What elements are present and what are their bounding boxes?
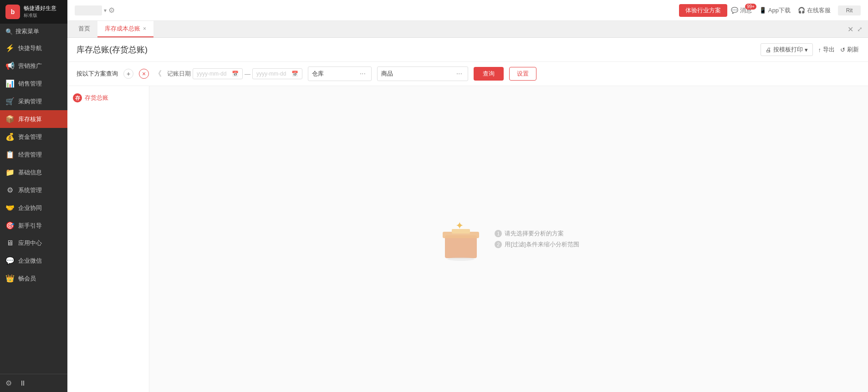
filter-add-button[interactable]: + bbox=[123, 69, 133, 79]
tab-home[interactable]: 首页 bbox=[71, 21, 97, 37]
sidebar-item-label: 营销推广 bbox=[18, 62, 42, 70]
sidebar-item-appstore[interactable]: 🖥 应用中心 bbox=[0, 234, 67, 252]
query-button[interactable]: 查询 bbox=[474, 67, 504, 81]
calendar-end-icon: 📅 bbox=[291, 71, 298, 77]
sidebar-item-newbie[interactable]: 🎯 新手引导 bbox=[0, 217, 67, 234]
sidebar-item-label: 系统管理 bbox=[18, 186, 42, 194]
tip2-text: 用[过滤]条件来缩小分析范围 bbox=[505, 240, 579, 249]
quick-nav-icon: ⚡ bbox=[5, 44, 15, 52]
page-header: 库存总账(存货总账) 🖨 按模板打印 ▾ ↑ 导出 ↺ 刷新 bbox=[67, 38, 868, 62]
sidebar-item-label: 企业协同 bbox=[18, 204, 42, 212]
scheme-item-label: 存货总账 bbox=[85, 94, 108, 102]
sidebar-item-operation[interactable]: 📋 经营管理 bbox=[0, 146, 67, 163]
sidebar-item-marketing[interactable]: 📢 营销推广 bbox=[0, 57, 67, 75]
print-button[interactable]: 🖨 按模板打印 ▾ bbox=[761, 43, 813, 56]
tab-home-label: 首页 bbox=[78, 25, 90, 32]
sidebar-item-enterprise[interactable]: 🤝 企业协同 bbox=[0, 199, 67, 217]
goods-input[interactable]: 商品 ··· bbox=[377, 66, 468, 81]
tab-bar: 首页 库存成本总账 × ✕ ⤢ bbox=[67, 21, 868, 38]
filter-remove-button[interactable]: × bbox=[139, 69, 149, 79]
goods-more-icon[interactable]: ··· bbox=[454, 69, 464, 79]
app-download-icon: 📱 bbox=[759, 7, 766, 14]
user-avatar-topbar bbox=[75, 5, 102, 15]
sidebar-item-member[interactable]: 👑 畅会员 bbox=[0, 270, 67, 287]
enterprise-icon: 🤝 bbox=[5, 204, 15, 212]
sidebar-nav: ⚡ 快捷导航 📢 营销推广 📊 销售管理 🛒 采购管理 📦 库存核算 💰 资金管… bbox=[0, 39, 67, 374]
export-button[interactable]: ↑ 导出 bbox=[818, 46, 835, 54]
sidebar-item-label: 企业微信 bbox=[18, 257, 42, 265]
settings-footer-icon[interactable]: ⚙ bbox=[5, 379, 12, 387]
date-separator: — bbox=[245, 71, 250, 77]
sidebar-footer: ⚙ ⏸ bbox=[0, 374, 67, 392]
member-icon: 👑 bbox=[5, 274, 15, 283]
app-name: 畅捷通好生意 bbox=[24, 5, 56, 12]
tab-inventory-ledger[interactable]: 库存成本总账 × bbox=[97, 21, 153, 37]
svg-text:✦: ✦ bbox=[455, 220, 464, 231]
logo-icon: b bbox=[5, 5, 20, 19]
sidebar-item-inventory[interactable]: 📦 库存核算 bbox=[0, 110, 67, 128]
filter-bar: 按以下方案查询 + × 《 记账日期 yyyy-mm-dd 📅 — yyyy-m… bbox=[67, 62, 868, 86]
calendar-icon: 📅 bbox=[232, 71, 239, 77]
sidebar-item-system[interactable]: ⚙ 系统管理 bbox=[0, 181, 67, 199]
operation-icon: 📋 bbox=[5, 150, 15, 159]
message-badge: 99+ bbox=[745, 4, 756, 10]
export-icon: ↑ bbox=[818, 46, 822, 53]
date-label: 记账日期 bbox=[167, 70, 191, 78]
settings-button[interactable]: 设置 bbox=[509, 67, 536, 81]
finance-icon: 💰 bbox=[5, 132, 15, 141]
user-avatar-right[interactable]: Rit bbox=[838, 5, 861, 15]
newbie-icon: 🎯 bbox=[5, 221, 15, 230]
tip2-number: 2 bbox=[495, 241, 502, 248]
sales-icon: 📊 bbox=[5, 79, 15, 88]
tab-close-icon[interactable]: × bbox=[143, 25, 146, 32]
filter-collapse-icon[interactable]: 《 bbox=[154, 69, 162, 79]
sidebar-item-label: 快捷导航 bbox=[18, 44, 42, 52]
warehouse-input[interactable]: 仓库 ··· bbox=[308, 66, 372, 81]
app-download-label: App下载 bbox=[768, 6, 791, 15]
sidebar: b 畅捷通好生意 标准版 🔍 搜索菜单 ⚡ 快捷导航 📢 营销推广 📊 销售管理… bbox=[0, 0, 67, 392]
online-service-button[interactable]: 🎧 在线客服 bbox=[798, 6, 831, 15]
scheme-sidebar: 存 存货总账 bbox=[67, 86, 149, 392]
content-area: 存 存货总账 ✦ bbox=[67, 86, 868, 392]
topbar-breadcrumb: ▾ ⚙ bbox=[75, 5, 675, 15]
inventory-icon: 📦 bbox=[5, 115, 15, 123]
warehouse-more-icon[interactable]: ··· bbox=[358, 69, 368, 79]
date-start-input[interactable]: yyyy-mm-dd 📅 bbox=[193, 68, 243, 79]
sidebar-item-wechat[interactable]: 💬 企业微信 bbox=[0, 252, 67, 270]
settings-gear-icon[interactable]: ⚙ bbox=[108, 6, 115, 15]
empty-tips: 1 请先选择要分析的方案 2 用[过滤]条件来缩小分析范围 bbox=[495, 227, 579, 251]
sidebar-item-label: 销售管理 bbox=[18, 80, 42, 88]
app-download-button[interactable]: 📱 App下载 bbox=[759, 6, 791, 15]
sidebar-item-sales[interactable]: 📊 销售管理 bbox=[0, 75, 67, 92]
tip1-number: 1 bbox=[495, 230, 502, 237]
warehouse-label: 仓库 bbox=[312, 70, 324, 78]
message-icon: 💬 bbox=[731, 7, 738, 14]
sidebar-item-finance[interactable]: 💰 资金管理 bbox=[0, 128, 67, 146]
page-title: 库存总账(存货总账) bbox=[77, 44, 148, 55]
message-button[interactable]: 💬 消息 99+ bbox=[731, 6, 752, 15]
service-icon: 🎧 bbox=[798, 7, 805, 14]
chevron-down-icon: ▾ bbox=[104, 7, 107, 14]
resize-icon[interactable]: ⤢ bbox=[855, 24, 864, 35]
sidebar-item-basic[interactable]: 📁 基础信息 bbox=[0, 163, 67, 181]
page-actions: 🖨 按模板打印 ▾ ↑ 导出 ↺ 刷新 bbox=[761, 43, 859, 56]
date-end-input[interactable]: yyyy-mm-dd 📅 bbox=[252, 68, 302, 79]
print-icon: 🖨 bbox=[766, 46, 771, 53]
audio-footer-icon[interactable]: ⏸ bbox=[19, 379, 26, 387]
sidebar-search[interactable]: 🔍 搜索菜单 bbox=[0, 24, 67, 39]
sidebar-item-purchase[interactable]: 🛒 采购管理 bbox=[0, 92, 67, 110]
trial-button[interactable]: 体验行业方案 bbox=[679, 4, 727, 17]
refresh-button[interactable]: ↺ 刷新 bbox=[840, 46, 859, 54]
topbar-right: 💬 消息 99+ 📱 App下载 🎧 在线客服 Rit bbox=[731, 5, 861, 15]
sidebar-item-quick-nav[interactable]: ⚡ 快捷导航 bbox=[0, 39, 67, 57]
sidebar-search-label: 搜索菜单 bbox=[15, 27, 39, 36]
sidebar-item-label: 资金管理 bbox=[18, 133, 42, 141]
scheme-item-inventory[interactable]: 存 存货总账 bbox=[67, 90, 149, 106]
filter-label: 按以下方案查询 bbox=[77, 70, 118, 78]
appstore-icon: 🖥 bbox=[5, 239, 15, 247]
sidebar-item-label: 应用中心 bbox=[18, 239, 42, 247]
app-version: 标准版 bbox=[24, 12, 56, 19]
close-all-tabs-button[interactable]: ✕ bbox=[846, 23, 855, 36]
marketing-icon: 📢 bbox=[5, 61, 15, 70]
basic-icon: 📁 bbox=[5, 168, 15, 177]
